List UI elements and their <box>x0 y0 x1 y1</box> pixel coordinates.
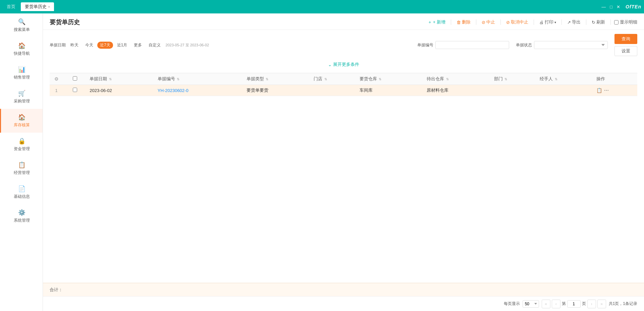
minimize-icon[interactable]: — <box>601 4 606 9</box>
cancel-stop-label: 取消中止 <box>511 19 528 25</box>
table-row[interactable]: 1 2023-06-02 YH-20230602-0 要货单要货 车间库 原材料… <box>50 85 637 96</box>
date-btn-7days[interactable]: 近7天 <box>97 42 113 49</box>
sidebar: 🔍 搜索菜单 🏠 快捷导航 📊 销售管理 🛒 采购管理 🏠 库存核算 🔒 资金管… <box>0 13 43 311</box>
row-checkbox[interactable] <box>73 88 77 92</box>
th-handler-label: 经手人 <box>540 76 553 81</box>
print-icon: 🖨 <box>539 20 544 25</box>
add-icon: ＋ <box>428 19 432 25</box>
sidebar-item-search[interactable]: 🔍 搜索菜单 <box>0 13 43 37</box>
row-billno: YH-20230602-0 <box>155 85 244 96</box>
th-billno[interactable]: 单据编号 ⇅ <box>155 73 244 85</box>
content-area: 要货单历史 ＋ + 新增 🗑 删除 ⊘ 中止 ⊘ <box>43 13 644 311</box>
th-date[interactable]: 单据日期 ⇅ <box>87 73 155 85</box>
th-pendingwarehouse-label: 待出仓库 <box>427 76 444 81</box>
sales-icon: 📊 <box>18 66 25 73</box>
maximize-icon[interactable]: □ <box>610 4 612 9</box>
data-table: ⚙ 单据日期 ⇅ 单据编号 ⇅ <box>50 73 637 96</box>
tab-home-label: 首页 <box>7 4 15 10</box>
window-close-icon[interactable]: ✕ <box>616 4 620 9</box>
billno-filter: 单据编号 <box>417 41 509 49</box>
settings-button[interactable]: 设置 <box>614 46 637 56</box>
expand-more-btn[interactable]: ⌄ 展开更多条件 <box>50 59 637 70</box>
row-action: 📋 ⋯ <box>594 85 637 96</box>
cancel-stop-button[interactable]: ⊘ 取消中止 <box>504 18 530 26</box>
row-pendingwarehouse: 原材料仓库 <box>424 85 491 96</box>
stop-button[interactable]: ⊘ 中止 <box>480 18 497 26</box>
table-settings-icon[interactable]: ⚙ <box>54 76 59 82</box>
show-detail-check[interactable]: 显示明细 <box>614 19 637 25</box>
th-dept-sort-icon: ⇅ <box>504 77 507 81</box>
th-pendingwarehouse-sort-icon: ⇅ <box>446 77 449 81</box>
th-pendingwarehouse[interactable]: 待出仓库 ⇅ <box>424 73 491 85</box>
divider4 <box>534 19 534 25</box>
tab-home[interactable]: 首页 <box>3 2 19 11</box>
sidebar-item-quicknav[interactable]: 🏠 快捷导航 <box>0 37 43 61</box>
sidebar-item-finance[interactable]: 🔒 资金管理 <box>0 133 43 157</box>
date-filter: 单据日期 昨天 今天 近7天 近1月 更多 自定义 2023-05-27 至 2… <box>50 42 209 49</box>
sidebar-item-purchase[interactable]: 🛒 采购管理 <box>0 85 43 109</box>
sidebar-item-sales[interactable]: 📊 销售管理 <box>0 61 43 85</box>
tab-yaohuodan[interactable]: 要货单历史 × <box>21 2 54 11</box>
page-size-select[interactable]: 50 100 200 <box>523 300 539 308</box>
date-btn-custom[interactable]: 自定义 <box>146 42 163 49</box>
sidebar-item-inventory[interactable]: 🏠 库存核算 <box>0 109 43 133</box>
th-handler[interactable]: 经手人 ⇅ <box>537 73 594 85</box>
show-detail-checkbox[interactable] <box>614 20 619 25</box>
date-btn-1month[interactable]: 近1月 <box>114 42 130 49</box>
sidebar-item-ops-label: 经营管理 <box>14 170 30 176</box>
table-header: ⚙ 单据日期 ⇅ 单据编号 ⇅ <box>50 73 637 85</box>
date-btn-yesterday[interactable]: 昨天 <box>68 42 81 49</box>
page-input[interactable] <box>567 300 581 308</box>
date-btn-more[interactable]: 更多 <box>131 42 145 49</box>
expand-more-label: 展开更多条件 <box>333 61 359 68</box>
print-dropdown-icon: ▾ <box>554 20 556 24</box>
row-more-icon[interactable]: ⋯ <box>604 88 609 93</box>
search-menu-icon: 🔍 <box>18 18 25 26</box>
export-label: 导出 <box>572 19 581 25</box>
select-all-checkbox[interactable] <box>73 76 77 81</box>
next-page-btn[interactable]: › <box>587 300 596 308</box>
tab-close-icon[interactable]: × <box>48 5 50 9</box>
print-button[interactable]: 🖨 打印 ▾ <box>537 18 558 26</box>
page-header: 要货单历史 ＋ + 新增 🗑 删除 ⊘ 中止 ⊘ <box>43 13 644 30</box>
inventory-icon: 🏠 <box>18 114 25 121</box>
page-unit: 页 <box>582 301 586 307</box>
row-dept <box>491 85 537 96</box>
status-select[interactable] <box>534 41 608 49</box>
th-billtype[interactable]: 单据类型 ⇅ <box>244 73 311 85</box>
th-billno-sort-icon: ⇅ <box>177 77 179 81</box>
sidebar-item-ops[interactable]: 📋 经营管理 <box>0 157 43 180</box>
sidebar-item-basic[interactable]: 📄 基础信息 <box>0 180 43 204</box>
billno-input[interactable] <box>435 41 509 49</box>
sidebar-item-sys[interactable]: ⚙️ 系统管理 <box>0 204 43 228</box>
sidebar-item-quicknav-label: 快捷导航 <box>14 51 30 56</box>
sidebar-item-finance-label: 资金管理 <box>14 146 30 152</box>
last-page-btn[interactable]: » <box>597 300 606 308</box>
finance-icon: 🔒 <box>18 137 25 145</box>
delete-button[interactable]: 🗑 删除 <box>454 18 473 26</box>
first-page-btn[interactable]: « <box>542 300 550 308</box>
page-title: 要货单历史 <box>50 18 80 26</box>
th-dept[interactable]: 部门 ⇅ <box>491 73 537 85</box>
row-billno-link[interactable]: YH-20230602-0 <box>158 88 189 93</box>
date-btn-today[interactable]: 今天 <box>83 42 96 49</box>
refresh-button[interactable]: ↻ 刷新 <box>590 18 607 26</box>
refresh-label: 刷新 <box>596 19 605 25</box>
page-size-label: 每页显示 <box>504 301 520 307</box>
export-button[interactable]: ↗ 导出 <box>565 18 583 26</box>
query-button[interactable]: 查询 <box>614 34 637 44</box>
prev-page-btn[interactable]: ‹ <box>552 300 560 308</box>
quick-nav-icon: 🏠 <box>18 42 25 49</box>
add-button[interactable]: ＋ + 新增 <box>426 18 447 26</box>
refresh-icon: ↻ <box>592 20 595 25</box>
divider6 <box>586 19 586 25</box>
row-seq: 1 <box>50 85 63 96</box>
top-bar: 首页 要货单历史 × — □ ✕ OfTEn <box>0 0 644 13</box>
th-date-label: 单据日期 <box>90 76 107 81</box>
row-billtype: 要货单要货 <box>244 85 311 96</box>
th-store[interactable]: 门店 ⇅ <box>311 73 357 85</box>
th-reqwarehouse[interactable]: 要货仓库 ⇅ <box>357 73 424 85</box>
row-edit-icon[interactable]: 📋 <box>596 88 602 93</box>
th-handler-sort-icon: ⇅ <box>555 77 557 81</box>
divider1 <box>451 19 451 25</box>
